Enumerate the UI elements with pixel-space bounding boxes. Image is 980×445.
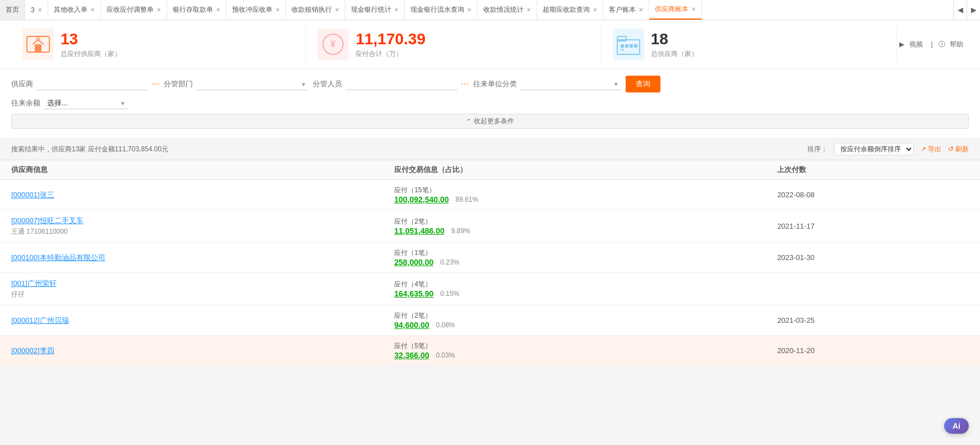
tx-amount[interactable]: 32,366.00: [394, 351, 429, 360]
nav-arrow-left[interactable]: ◀: [953, 0, 967, 20]
export-button[interactable]: ↗ 导出: [921, 145, 941, 154]
supplier-link[interactable]: [000012]广州贝瑞: [11, 316, 394, 326]
nav-home[interactable]: 首页: [0, 0, 25, 20]
nav-receipt-verify-label: 收款核销执行: [292, 5, 332, 15]
export-label: 导出: [928, 145, 941, 154]
supplier-sub: 仔仔: [11, 290, 394, 299]
collapse-label: 收起更多条件: [474, 117, 514, 126]
nav-prepay-ar-close[interactable]: ✕: [275, 7, 280, 13]
last-date: 2023-01-30: [777, 253, 969, 262]
filter-balance: 往来余额 选择... ▼: [11, 97, 128, 109]
total-icon: [613, 29, 644, 60]
supplier-cell: [000007]恒旺二手叉车 王通 17106110000: [11, 216, 394, 237]
tx-amount[interactable]: 11,051,486.00: [394, 226, 445, 235]
nav-overdue-ar-label: 超期应收款查询: [543, 5, 590, 15]
nav-overdue-ar-close[interactable]: ✕: [593, 7, 597, 13]
nav-tab3-close[interactable]: ✕: [38, 7, 42, 13]
amount-label: 应付合计（万）: [355, 49, 426, 59]
nav-customer-ledger[interactable]: 客户账本 ✕: [603, 0, 649, 20]
tx-amount[interactable]: 100,092,540.00: [394, 195, 449, 204]
supplier-filter-label: 供应商: [11, 79, 33, 89]
summary-text-amount: 11,170.39 应付合计（万）: [355, 30, 426, 59]
nav-receipt-stat[interactable]: 收款情况统计 ✕: [478, 0, 537, 20]
summary-card-suppliers: 13 总应付供应商（家）: [11, 26, 306, 63]
supplier-cell: [000002]李四: [11, 346, 394, 356]
nav-cash-bank-stat[interactable]: 现金银行统计 ✕: [345, 0, 405, 20]
nav-ar-ap-close[interactable]: ✕: [156, 7, 161, 13]
nav-cash-flow[interactable]: 现金银行流水查询 ✕: [405, 0, 478, 20]
supplier-link[interactable]: [000001]张三: [11, 190, 394, 200]
tx-row: 32,366.00 0.03%: [394, 351, 777, 360]
summary-card-total: 18 总供应商（家）: [602, 26, 896, 63]
supplier-cell: [000001]张三: [11, 190, 394, 200]
tx-row: 258,000.00 0.23%: [394, 258, 777, 267]
nav-receipt-stat-close[interactable]: ✕: [526, 7, 531, 13]
nav-scroll-arrows: ◀ ▶: [953, 0, 980, 20]
last-date: 2021-03-25: [777, 316, 969, 325]
nav-supplier-ledger[interactable]: 供应商账本 ✕: [649, 0, 702, 20]
nav-prepay-ar[interactable]: 预收冲应收单 ✕: [226, 0, 286, 20]
help-link[interactable]: ⓘ 帮助: [939, 40, 966, 49]
nav-tab3[interactable]: 3 ✕: [25, 0, 48, 20]
nav-other-income-close[interactable]: ✕: [90, 7, 95, 13]
person-ellipsis-icon[interactable]: ···: [461, 79, 468, 89]
refresh-button[interactable]: ↺ 刷新: [948, 145, 969, 154]
nav-cash-flow-close[interactable]: ✕: [467, 7, 471, 13]
help-links: ▶ 视频 | ⓘ 帮助: [896, 40, 969, 49]
nav-bank-deposit[interactable]: 银行存取款单 ✕: [167, 0, 226, 20]
tx-label: 应付（5笔）: [394, 341, 777, 351]
nav-receipt-verify[interactable]: 收款核销执行 ✕: [286, 0, 345, 20]
help-separator: |: [931, 40, 933, 48]
summary-card-amount: ¥ 11,170.39 应付合计（万）: [306, 26, 601, 63]
collapse-chevron-icon: ⌃: [466, 118, 471, 126]
collapse-button[interactable]: ⌃ 收起更多条件: [11, 114, 969, 129]
supplier-link[interactable]: [000007]恒旺二手叉车: [11, 216, 394, 226]
results-summary: 搜索结果中，供应商13家 应付金额111,703,854.00元: [11, 145, 168, 154]
last-date: 2020-11-20: [777, 346, 969, 355]
results-bar: 搜索结果中，供应商13家 应付金额111,703,854.00元 排序： 按应付…: [0, 138, 980, 160]
filter-dept: 分管部门 ▼: [164, 78, 308, 90]
svg-rect-2: [35, 44, 41, 52]
filter-area: 供应商 ··· 分管部门 ▼ 分管人员 ··· 往来单位分类: [0, 69, 980, 138]
supplier-filter-input[interactable]: [36, 78, 149, 90]
nav-receipt-verify-close[interactable]: ✕: [335, 7, 339, 13]
nav-bank-deposit-label: 银行存取款单: [173, 5, 213, 15]
filter-person: 分管人员 ···: [313, 78, 468, 90]
nav-bank-deposit-close[interactable]: ✕: [216, 7, 220, 13]
supplier-link[interactable]: [000100]本特勤油品有限公司: [11, 253, 394, 263]
nav-other-income[interactable]: 其他收入单 ✕: [48, 0, 101, 20]
last-date: 2021-11-17: [777, 222, 969, 230]
nav-customer-ledger-close[interactable]: ✕: [639, 7, 643, 13]
balance-select-wrap: 选择... ▼: [44, 97, 128, 109]
category-select[interactable]: [520, 78, 621, 90]
supplier-link[interactable]: [001]广州荣轩: [11, 279, 394, 289]
nav-supplier-ledger-close[interactable]: ✕: [691, 6, 696, 12]
tx-amount[interactable]: 94,600.00: [394, 321, 429, 330]
tx-cell: 应付（5笔） 32,366.00 0.03%: [394, 341, 777, 360]
tx-amount[interactable]: 258,000.00: [394, 258, 433, 267]
nav-customer-ledger-label: 客户账本: [609, 5, 636, 15]
search-button[interactable]: 查询: [626, 76, 660, 92]
tx-label: 应付（1笔）: [394, 248, 777, 258]
tx-amount[interactable]: 164,635.90: [394, 289, 433, 298]
table-header: 供应商信息 应付交易信息（占比） 上次付数: [0, 160, 980, 180]
nav-ar-ap-adjust[interactable]: 应收应付调整单 ✕: [101, 0, 167, 20]
person-filter-input[interactable]: [345, 78, 457, 90]
dept-select[interactable]: [196, 78, 308, 90]
balance-select[interactable]: 选择...: [44, 97, 128, 109]
summary-bar: 13 总应付供应商（家） ¥ 11,170.39 应付合计（万）: [0, 20, 980, 69]
sort-select[interactable]: 按应付余额倒序排序: [834, 143, 914, 155]
tx-row: 164,635.90 0.15%: [394, 289, 777, 298]
nav-overdue-ar[interactable]: 超期应收款查询 ✕: [537, 0, 603, 20]
video-link[interactable]: ▶ 视频: [899, 40, 925, 49]
supplier-link[interactable]: [000002]李四: [11, 346, 394, 356]
nav-cash-flow-label: 现金银行流水查询: [410, 5, 464, 15]
tx-percent: 0.08%: [436, 321, 455, 329]
supplier-ellipsis-icon[interactable]: ···: [152, 79, 159, 89]
nav-arrow-right[interactable]: ▶: [967, 0, 980, 20]
filter-category: 往来单位分类 ▼: [473, 78, 621, 90]
supplier-sub: 王通 17106110000: [11, 227, 394, 237]
nav-cash-bank-stat-close[interactable]: ✕: [394, 7, 399, 13]
table-row: [000100]本特勤油品有限公司 应付（1笔） 258,000.00 0.23…: [0, 243, 980, 273]
col-supplier-info: 供应商信息: [11, 165, 394, 175]
